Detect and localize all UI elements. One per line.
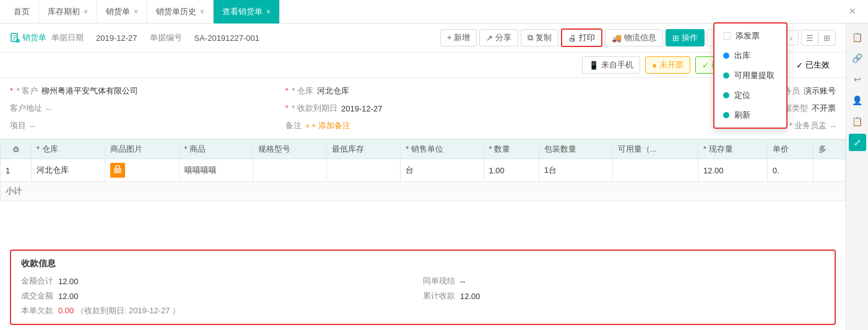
dot-teal-icon-3 <box>723 112 729 118</box>
dropdown-warehouse-out[interactable]: 出库 <box>714 46 786 66</box>
right-sidebar: 📋 🔗 ↩ 👤 📋 ⤢ <box>846 24 868 330</box>
address-value: -- <box>46 104 51 113</box>
due-date-field: * * 收款到期日 2019-12-27 <box>285 103 561 114</box>
ops-dropdown: 添发票 出库 可用量提取 定位 刷新 <box>713 22 788 129</box>
cumulative-receipt-item: 累计收款 12.00 <box>423 290 825 302</box>
cell-unit-price: 0. <box>767 159 813 182</box>
new-button[interactable]: + 新增 <box>440 29 477 46</box>
from-phone-button[interactable]: 📱 来自手机 <box>582 56 640 74</box>
col-settings[interactable]: ⚙ <box>1 140 32 159</box>
cumulative-receipt-value: 12.00 <box>460 292 480 301</box>
cell-qty: 1.00 <box>484 159 539 182</box>
col-available: 可用量（... <box>613 140 698 159</box>
close-inventory-init[interactable]: × <box>84 7 88 16</box>
sidebar-user-icon[interactable]: 👤 <box>849 92 866 109</box>
sidebar-back-icon[interactable]: ↩ <box>849 71 866 88</box>
summary-title: 收款信息 <box>21 258 825 269</box>
col-stock: * 现存量 <box>698 140 768 159</box>
form-row-2: 客户地址 -- * * 收款到期日 2019-12-27 * * 票据类型 不开… <box>10 103 836 114</box>
col-pack-qty: 包装数量 <box>539 140 612 159</box>
view-toggle: ☰ ⊞ <box>801 30 836 46</box>
effective-button[interactable]: ✓ 已生效 <box>790 57 836 73</box>
customer-field: * * 客户 柳州粤港平安气体有限公司 <box>10 85 285 97</box>
plus-icon: + <box>305 121 310 131</box>
project-field: 项目 -- <box>10 120 285 131</box>
not-open-button[interactable]: ● 未开票 <box>645 56 690 74</box>
transaction-amount-item: 成交金额 12.00 <box>21 290 423 302</box>
salesperson-value: -- <box>830 121 836 131</box>
total-amount-value: 12.00 <box>58 277 79 286</box>
cell-model <box>253 159 326 182</box>
project-value: -- <box>30 121 35 131</box>
cell-product-img <box>105 159 179 182</box>
tab-view-sales-order[interactable]: 查看销货单 × <box>214 0 280 24</box>
tab-sales-order[interactable]: 销货单 × <box>97 0 147 24</box>
add-remark-button[interactable]: + + 添加备注 <box>305 120 351 131</box>
close-sales-history[interactable]: × <box>200 7 204 16</box>
logistics-button[interactable]: 🚚 物流信息 <box>605 29 663 46</box>
form-row-1: * * 客户 柳州粤港平安气体有限公司 * * 仓库 河北仓库 业务员 演示账号 <box>10 85 836 97</box>
circle-icon: ● <box>652 61 657 70</box>
copy-button[interactable]: ⧉ 复制 <box>521 29 558 46</box>
ops-button[interactable]: ⊞ 操作 <box>666 29 705 46</box>
grid-view-button[interactable]: ⊞ <box>818 30 836 46</box>
checkbox-icon <box>723 32 731 40</box>
tab-home[interactable]: 首页 <box>5 0 39 24</box>
date-label: 单据日期 <box>51 32 84 43</box>
col-warehouse: * 仓库 <box>32 140 105 159</box>
col-product: * 商品 <box>179 140 253 159</box>
tab-bar: 首页 库存期初 × 销货单 × 销货单历史 × 查看销货单 × × <box>0 0 868 24</box>
cell-pack-qty: 1台 <box>539 159 612 182</box>
col-more: 多 <box>814 140 846 159</box>
cell-product: 嘻嘻嘻嘻 <box>179 159 253 182</box>
ticket-field: * * 票据类型 不开票 <box>560 103 836 114</box>
sidebar-copy-icon[interactable]: 📋 <box>849 28 866 46</box>
dot-blue-icon <box>723 53 729 59</box>
current-owed-value: 0.00 （收款到期日: 2019-12-27 ） <box>58 305 180 316</box>
sidebar-doc-icon[interactable]: 📋 <box>849 113 866 130</box>
dropdown-available-pickup[interactable]: 可用量提取 <box>714 66 786 85</box>
table-row: 1 河北仓库 嘻嘻嘻嘻 <box>1 159 846 182</box>
share-button[interactable]: ↗ 分享 <box>479 29 518 46</box>
cell-more <box>814 159 846 182</box>
phone-icon: 📱 <box>589 61 599 70</box>
dropdown-refresh[interactable]: 刷新 <box>714 105 786 125</box>
table-wrapper: ⚙ * 仓库 商品图片 * 商品 规格型号 最低库存 * 销售单位 * 数量 包… <box>0 139 846 245</box>
print-button[interactable]: 🖨 打印 <box>561 28 602 47</box>
settings-icon: ⚙ <box>12 145 20 154</box>
tab-sales-history[interactable]: 销货单历史 × <box>147 0 214 24</box>
dropdown-add-invoice[interactable]: 添发票 <box>714 26 786 46</box>
col-min-stock: 最低库存 <box>327 140 401 159</box>
list-view-button[interactable]: ☰ <box>801 30 818 46</box>
form-row-3: 项目 -- 备注 + + 添加备注 * * 业务员盂 -- <box>10 120 836 131</box>
sidebar-link-icon[interactable]: 🔗 <box>849 50 866 67</box>
same-order-item: 同单现结 -- <box>423 276 825 287</box>
close-sales-order[interactable]: × <box>134 7 138 16</box>
copy-icon: ⧉ <box>527 33 533 43</box>
remark-field: 备注 + + 添加备注 <box>285 120 561 131</box>
window-close-button[interactable]: × <box>841 5 863 18</box>
dropdown-locate[interactable]: 定位 <box>714 85 786 105</box>
sidebar-expand-icon[interactable]: ⤢ <box>849 134 866 151</box>
cell-available <box>613 159 698 182</box>
close-view-sales-order[interactable]: × <box>266 7 271 16</box>
col-model: 规格型号 <box>253 140 326 159</box>
col-product-img: 商品图片 <box>105 140 179 159</box>
tab-inventory-init[interactable]: 库存期初 × <box>39 0 97 24</box>
salesperson-field: * * 业务员盂 -- <box>560 120 836 131</box>
cell-row-num: 1 <box>1 159 32 182</box>
doc-meta: 单据日期 2019-12-27 单据编号 SA-20191227-001 <box>51 32 440 43</box>
cell-warehouse: 河北仓库 <box>32 159 105 182</box>
share-icon: ↗ <box>486 33 493 43</box>
date-value: 2019-12-27 <box>96 33 137 43</box>
summary-grid: 金额合计 12.00 同单现结 -- 成交金额 12.00 累计收款 12.00… <box>21 276 825 316</box>
order-table: ⚙ * 仓库 商品图片 * 商品 规格型号 最低库存 * 销售单位 * 数量 包… <box>0 139 846 201</box>
current-owed-item: 本单欠款 0.00 （收款到期日: 2019-12-27 ） <box>21 305 423 316</box>
col-qty: * 数量 <box>484 140 539 159</box>
dot-teal-icon-2 <box>723 92 729 98</box>
cell-stock: 12.00 <box>698 159 768 182</box>
total-amount-item: 金额合计 12.00 <box>21 276 423 287</box>
number-label: 单据编号 <box>150 32 182 43</box>
grid-icon: ⊞ <box>672 33 679 43</box>
due-date-value: 2019-12-27 <box>341 104 383 113</box>
